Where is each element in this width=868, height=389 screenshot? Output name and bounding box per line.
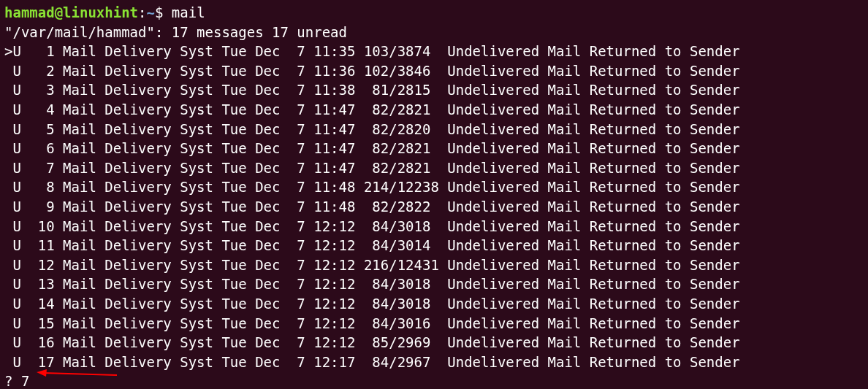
shell-prompt-line: hammad@linuxhint:~$ mail [4,3,864,23]
mail-row[interactable]: U 16 Mail Delivery Syst Tue Dec 7 12:12 … [4,333,864,353]
mail-row[interactable]: U 2 Mail Delivery Syst Tue Dec 7 11:36 1… [4,61,864,81]
mail-row[interactable]: U 3 Mail Delivery Syst Tue Dec 7 11:38 8… [4,80,864,100]
mail-list: >U 1 Mail Delivery Syst Tue Dec 7 11:35 … [4,42,864,371]
mail-row[interactable]: U 7 Mail Delivery Syst Tue Dec 7 11:47 8… [4,158,864,178]
mail-row[interactable]: U 6 Mail Delivery Syst Tue Dec 7 11:47 8… [4,139,864,158]
prompt-path: ~ [146,4,154,20]
mail-row[interactable]: U 4 Mail Delivery Syst Tue Dec 7 11:47 8… [4,100,864,120]
user-host: hammad@linuxhint [4,4,138,20]
mail-row[interactable]: >U 1 Mail Delivery Syst Tue Dec 7 11:35 … [4,42,864,61]
mail-summary: "/var/mail/hammad": 17 messages 17 unrea… [4,23,864,42]
mail-prompt-char: ? [4,373,12,389]
mail-row[interactable]: U 13 Mail Delivery Syst Tue Dec 7 12:12 … [4,274,864,294]
mail-row[interactable]: U 12 Mail Delivery Syst Tue Dec 7 12:12 … [4,255,864,275]
mail-row[interactable]: U 10 Mail Delivery Syst Tue Dec 7 12:12 … [4,217,864,236]
mail-row[interactable]: U 11 Mail Delivery Syst Tue Dec 7 12:12 … [4,236,864,255]
prompt-dollar: $ [155,4,163,20]
mail-input-line[interactable]: ? 7 [4,371,864,389]
command-text: mail [163,4,205,20]
mail-row[interactable]: U 8 Mail Delivery Syst Tue Dec 7 11:48 2… [4,177,864,197]
prompt-colon: : [138,4,146,20]
command-value: mail [172,4,205,20]
mail-row[interactable]: U 17 Mail Delivery Syst Tue Dec 7 12:17 … [4,353,864,372]
mail-row[interactable]: U 14 Mail Delivery Syst Tue Dec 7 12:12 … [4,294,864,314]
mail-row[interactable]: U 15 Mail Delivery Syst Tue Dec 7 12:12 … [4,314,864,334]
mail-row[interactable]: U 5 Mail Delivery Syst Tue Dec 7 11:47 8… [4,120,864,139]
mail-input-value[interactable]: 7 [21,373,29,389]
mail-row[interactable]: U 9 Mail Delivery Syst Tue Dec 7 11:48 8… [4,197,864,217]
